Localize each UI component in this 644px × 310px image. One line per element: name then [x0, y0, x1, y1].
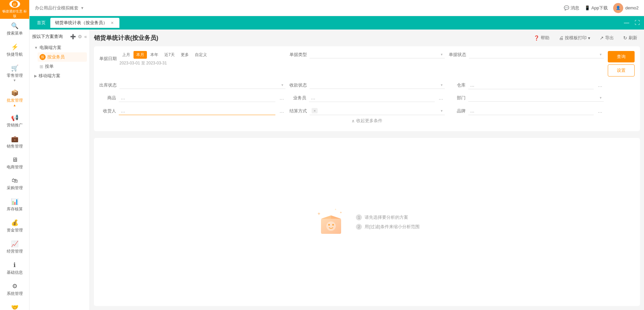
sidebar-item-cooperation[interactable]: 🤝 企业协同 — [0, 300, 29, 310]
sidebar-item-purchase[interactable]: 🛍 采购管理 — [0, 174, 29, 195]
svg-point-5 — [326, 221, 336, 231]
panel-title: 按以下方案查询 — [32, 34, 63, 40]
department-select[interactable]: ▾ — [468, 94, 604, 102]
date-tab-last-month[interactable]: 上月 — [119, 51, 133, 59]
tab-sales-stat-label: 销货单统计表（按业务员） — [55, 20, 107, 26]
brand-dots[interactable]: … — [596, 108, 604, 114]
refresh-btn[interactable]: ↻ 刷新 — [621, 34, 640, 42]
order-type-select[interactable]: ▾ — [310, 51, 445, 58]
out-status-label: 出库状态 — [99, 82, 117, 88]
sidebar-item-finance[interactable]: 💰 资金管理 — [0, 216, 29, 237]
svg-text:✦: ✦ — [339, 211, 342, 214]
settings-button[interactable]: 设置 — [608, 64, 635, 76]
help-btn[interactable]: ❓ 帮助 — [531, 34, 552, 42]
collapse-bar[interactable]: ∧ 收起更多条件 — [99, 115, 635, 126]
tab-close-icon[interactable]: ✕ — [109, 20, 115, 25]
app-download-icon: 📱 — [585, 5, 590, 10]
settlement-chevron: ▾ — [441, 109, 443, 113]
payment-status-select[interactable]: ▾ — [310, 82, 445, 89]
workspace-dropdown-icon[interactable]: ▾ — [81, 5, 84, 10]
user-btn[interactable]: 👤 demo2 — [613, 3, 639, 13]
collapse-icon: ∧ — [352, 118, 355, 123]
minimize-btn[interactable]: — — [623, 18, 631, 27]
inventory-icon: 📊 — [11, 198, 18, 205]
refresh-label: 刷新 — [629, 35, 637, 41]
panel-collapse-icon[interactable]: « — [84, 34, 87, 39]
sidebar-item-sales[interactable]: 💼 销售管理 — [0, 132, 29, 153]
sidebar-item-inventory[interactable]: 📊 库存核算 — [0, 195, 29, 216]
salesperson-input[interactable] — [309, 94, 435, 102]
out-status-select[interactable]: ▾ — [119, 82, 285, 89]
app-download-label: App下载 — [591, 5, 608, 11]
empty-state-content: ✦ ✦ ✦ 1 请先选择要分析的方案 2 用[过滤]条件来缩小分析范围 — [314, 205, 419, 239]
settlement-select[interactable]: × ▾ — [310, 107, 445, 115]
sidebar-item-ecommerce[interactable]: 🖥 电商管理 — [0, 153, 29, 174]
sidebar-item-quicknav[interactable]: ⚡ 快捷导航 — [0, 40, 29, 61]
sidebar-item-system[interactable]: ⚙ 系统管理 — [0, 279, 29, 300]
tab-home[interactable]: 首页 — [32, 18, 50, 28]
warehouse-input[interactable] — [468, 81, 594, 89]
payment-status-chevron: ▾ — [441, 83, 443, 87]
export-btn[interactable]: ↗ 导出 — [597, 34, 616, 42]
avatar: 👤 — [613, 3, 623, 13]
panel-settings-icon[interactable]: ⚙ — [78, 34, 82, 39]
cooperation-icon: 🤝 — [11, 304, 18, 310]
sidebar-logo: 好 畅捷通好生意 标版 — [0, 0, 30, 19]
product-input[interactable] — [119, 94, 275, 102]
brand-input[interactable] — [468, 107, 594, 115]
sidebar-label-search: 搜索菜单 — [7, 31, 23, 36]
date-tab-more[interactable]: 更多 — [178, 51, 192, 59]
finance-icon: 💰 — [11, 219, 18, 226]
tree-circle-icon: 按 — [40, 54, 46, 60]
svg-point-7 — [332, 224, 334, 225]
sidebar-item-basic[interactable]: ℹ 基础信息 — [0, 258, 29, 279]
tab-sales-stat[interactable]: 销货单统计表（按业务员） ✕ — [50, 18, 119, 28]
empty-state: ✦ ✦ ✦ 1 请先选择要分析的方案 2 用[过滤]条件来缩小分析范围 — [94, 138, 640, 306]
retail-arrow: ▼ — [13, 79, 16, 82]
warehouse-dots[interactable]: … — [596, 83, 604, 88]
sidebar-item-wholesale[interactable]: 📦 批发管理 ▲ — [0, 86, 29, 111]
tree-item-order-label: 按单 — [45, 63, 54, 69]
sidebar-item-search[interactable]: 🔍 搜索菜单 — [0, 19, 29, 40]
filter-area: 单据日期 上月 本月 本年 近7天 更多 自定义 2023-03-01 至 20… — [94, 46, 640, 131]
tree-item-by-order[interactable]: ⊞ 按单 — [38, 62, 87, 71]
date-tab-custom[interactable]: 自定义 — [192, 51, 210, 59]
consignee-input[interactable] — [119, 107, 275, 115]
maximize-btn[interactable]: ⛶ — [633, 18, 641, 27]
empty-text: 1 请先选择要分析的方案 2 用[过滤]条件来缩小分析范围 — [356, 214, 419, 230]
message-label: 消息 — [571, 5, 579, 11]
sidebar-item-marketing[interactable]: 📢 营销推广 — [0, 111, 29, 132]
query-button[interactable]: 查询 — [608, 51, 635, 62]
help-label: 帮助 — [541, 35, 549, 41]
tab-bar-right: — ⛶ — [623, 18, 641, 27]
consignee-dots[interactable]: … — [278, 108, 285, 114]
salesperson-dots[interactable]: … — [437, 95, 445, 101]
page-title-bar: 销货单统计表(按业务员) ❓ 帮助 🖨 按模板打印 ▾ ↗ 导出 — [94, 34, 640, 42]
group-icon: ⊞ — [40, 64, 43, 69]
print-btn[interactable]: 🖨 按模板打印 ▾ — [556, 34, 593, 42]
tab-bar: 首页 销货单统计表（按业务员） ✕ — ⛶ — [30, 16, 644, 30]
settlement-clear-icon[interactable]: × — [314, 109, 316, 113]
out-status-chevron: ▾ — [281, 83, 283, 87]
order-status-select[interactable]: ▾ — [469, 51, 604, 58]
query-actions: 查询 设置 — [608, 51, 635, 76]
tree-item-by-salesperson[interactable]: 按 按业务员 — [38, 52, 87, 62]
retail-icon: 🛒 — [11, 64, 18, 72]
tree-mobile[interactable]: ▶ 移动端方案 — [32, 71, 87, 81]
sidebar-item-operations[interactable]: 📈 经营管理 — [0, 237, 29, 258]
sales-icon: 💼 — [11, 135, 18, 143]
app-download-btn[interactable]: 📱 App下载 — [585, 5, 608, 11]
panel-add-icon[interactable]: ➕ — [70, 34, 76, 39]
tree-desktop[interactable]: ▼ 电脑端方案 — [32, 43, 87, 52]
svg-point-6 — [328, 224, 330, 225]
product-dots[interactable]: … — [278, 95, 285, 101]
date-tab-7days[interactable]: 近7天 — [162, 51, 177, 59]
sidebar-label-system: 系统管理 — [7, 291, 23, 297]
panel-header-icons: ➕ ⚙ « — [70, 34, 87, 39]
message-btn[interactable]: 💬 消息 — [564, 5, 579, 11]
sidebar-item-retail[interactable]: 🛒 零售管理 ▼ — [0, 61, 29, 86]
date-tab-this-year[interactable]: 本年 — [148, 51, 161, 59]
sidebar-label-sales: 销售管理 — [7, 144, 23, 149]
date-tab-this-month[interactable]: 本月 — [133, 51, 147, 59]
svg-marker-4 — [331, 215, 341, 219]
